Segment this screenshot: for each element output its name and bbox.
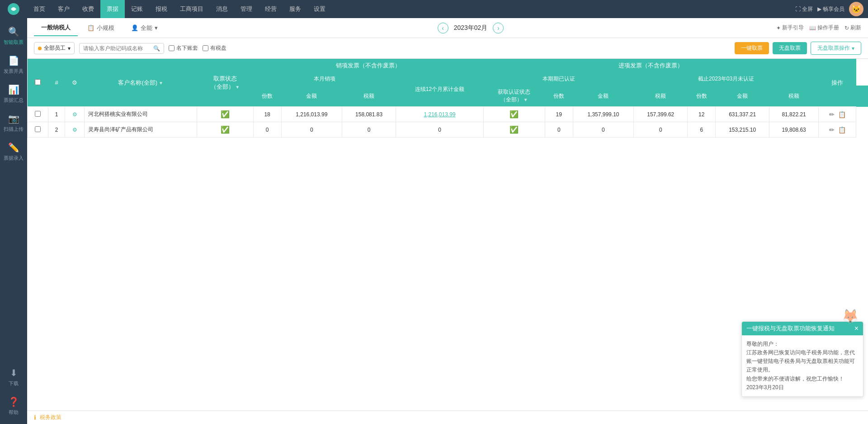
th-customer[interactable]: 客户名称(全部) (85, 59, 197, 107)
th-sales-amount: 金额 (281, 86, 342, 107)
current-month: 2023年02月 (454, 24, 488, 32)
view-icon[interactable]: 📋 (838, 111, 846, 118)
tab-general-taxpayer[interactable]: 一般纳税人 (34, 20, 78, 36)
nav-home[interactable]: 首页 (27, 0, 52, 18)
row-uncert-count: 12 (688, 107, 716, 122)
sidebar-item-scan-upload[interactable]: 📷 扫描上传 (1, 110, 26, 136)
nav-bookkeeping[interactable]: 记账 (125, 0, 149, 18)
one-click-fetch-button[interactable]: 一键取票 (735, 42, 769, 54)
next-month-button[interactable]: › (493, 23, 504, 33)
nav-message[interactable]: 消息 (210, 0, 234, 18)
th-settings[interactable]: ⚙ (65, 59, 84, 107)
tab-small-scale[interactable]: 📋 小规模 (80, 20, 122, 36)
row-sales-count: 18 (253, 107, 281, 122)
tax-info-icon: ℹ (34, 414, 36, 421)
row-settings[interactable]: ⚙ (65, 122, 84, 138)
no-disk-fetch-button[interactable]: 无盘取票 (773, 42, 807, 54)
tax-policy-link[interactable]: 税务政策 (40, 414, 61, 421)
table-row: 2 ⚙ 灵寿县尚泽矿产品有限公司 ✅ 0 0 0 0 ✅ 0 0 0 6 153… (28, 122, 868, 138)
row-purch-count: 19 (545, 107, 573, 122)
sidebar-item-invoice-entry[interactable]: ✏️ 票据录入 (1, 138, 26, 165)
th-purch-count: 份数 (545, 86, 573, 107)
row-purch-amount: 1,357,999.10 (573, 107, 634, 122)
sidebar: 🔍 智能取票 📄 发票开具 📊 票据汇总 📷 扫描上传 ✏️ 票据录入 ⬇ 下载… (0, 18, 27, 424)
refresh-button[interactable]: ↻ 刷新 (844, 24, 861, 32)
edit-icon[interactable]: ✏ (829, 126, 835, 133)
select-all-checkbox[interactable] (35, 79, 41, 85)
row-cumulative[interactable]: 1,216,013.99 (396, 107, 484, 122)
row-uncert-tax: 81,822.21 (769, 107, 819, 122)
nav-customer[interactable]: 客户 (52, 0, 76, 18)
notification-close-button[interactable]: × (854, 324, 859, 333)
sidebar-item-smart-fetch[interactable]: 🔍 智能取票 (1, 23, 26, 49)
search-box[interactable]: 🔍 (79, 43, 164, 54)
nav-fee[interactable]: 收费 (76, 0, 100, 18)
row-settings[interactable]: ⚙ (65, 107, 84, 122)
no-disk-fetch-ops-button[interactable]: 无盘取票操作 ▾ (811, 42, 861, 55)
vip-button[interactable]: ▶ 畅享会员 (817, 5, 844, 13)
nav-business[interactable]: 工商项目 (174, 0, 210, 18)
th-purch-tax: 税额 (634, 86, 688, 107)
th-index: # (48, 59, 65, 107)
employee-dropdown-icon: ▾ (68, 45, 71, 52)
row-sales-amount: 0 (281, 122, 342, 138)
row-checkbox[interactable] (28, 122, 48, 138)
guide-icon: ✦ (776, 25, 781, 31)
row-uncert-amount: 631,337.21 (716, 107, 769, 122)
fullscreen-icon: ⛶ (795, 6, 801, 12)
row-checkbox[interactable] (28, 107, 48, 122)
nav-settings[interactable]: 设置 (307, 0, 332, 18)
employee-dot (38, 47, 42, 50)
main-table: # ⚙ 客户名称(全部) 取票状态（全部） 销项发票（不含作废票） 进项发票（不… (27, 59, 868, 138)
table-row: 1 ⚙ 河北柯搭桃实业有限公司 ✅ 18 1,216,013.99 158,08… (28, 107, 868, 122)
ops-dropdown-icon: ▾ (852, 45, 854, 52)
nav-tax[interactable]: 报税 (149, 0, 174, 18)
month-navigation: ‹ 2023年02月 › (167, 23, 774, 33)
invoice-summary-icon: 📊 (8, 84, 19, 95)
th-sales-count: 份数 (253, 86, 281, 107)
checkbox-account[interactable]: 名下账套 (169, 44, 198, 52)
top-navigation: 首页 客户 收费 票据 记账 报税 工商项目 消息 管理 经营 服务 设置 ⛶ … (0, 0, 868, 18)
download-icon: ⬇ (10, 367, 18, 378)
toolbar: 全部员工 ▾ 🔍 名下账套 有税盘 一键取票 无盘取票 无盘取票操作 ▾ (27, 38, 868, 59)
edit-icon[interactable]: ✏ (829, 111, 835, 118)
th-purch-amount: 金额 (573, 86, 634, 107)
sidebar-item-invoice-summary[interactable]: 📊 票据汇总 (1, 81, 26, 107)
row-sales-count: 0 (253, 122, 281, 138)
tab-all-label: 全能 (141, 24, 152, 32)
invoice-entry-icon: ✏️ (8, 142, 19, 153)
smart-fetch-icon: 🔍 (8, 26, 19, 37)
checkbox-tax-disk[interactable]: 有税盘 (203, 44, 226, 52)
row-sales-tax: 158,081.83 (342, 107, 396, 122)
manual-button[interactable]: 📖 操作手册 (809, 24, 839, 32)
checkbox-tax-disk-input[interactable] (203, 45, 208, 51)
guide-button[interactable]: ✦ 新手引导 (776, 24, 804, 32)
th-cert-status[interactable]: 获取认证状态（全部） (483, 86, 545, 107)
notification-popup: 🦊 一键报税与无盘取票功能恢复通知 × 尊敬的用户：江苏政务网已恢复访问电子税务… (741, 321, 863, 397)
nav-manage[interactable]: 管理 (234, 0, 259, 18)
sidebar-item-invoice-open[interactable]: 📄 发票开具 (1, 52, 26, 78)
search-input[interactable] (83, 45, 151, 52)
th-unrecognized: 截止2023年03月未认证 (634, 72, 819, 86)
sidebar-item-download[interactable]: ⬇ 下载 (1, 364, 26, 391)
row-purch-amount: 0 (573, 122, 634, 138)
row-sales-amount: 1,216,013.99 (281, 107, 342, 122)
nav-service[interactable]: 服务 (283, 0, 307, 18)
nav-invoice[interactable]: 票据 (100, 0, 125, 18)
user-avatar[interactable]: 🐱 (849, 2, 863, 16)
th-cancel-status[interactable]: 取票状态（全部） (197, 59, 254, 107)
checkbox-account-input[interactable] (169, 45, 175, 51)
th-uncert-amount: 金额 (716, 86, 769, 107)
th-dummy (856, 86, 868, 107)
employee-select[interactable]: 全部员工 ▾ (34, 42, 75, 54)
search-icon: 🔍 (153, 45, 160, 52)
view-icon[interactable]: 📋 (838, 126, 846, 133)
th-month-sales: 本月销项 (253, 72, 396, 86)
nav-operation[interactable]: 经营 (259, 0, 283, 18)
th-sales-group: 销项发票（不含作废票） (253, 59, 483, 72)
prev-month-button[interactable]: ‹ (438, 23, 448, 33)
th-checkbox[interactable] (28, 59, 48, 107)
fullscreen-button[interactable]: ⛶ 全屏 (795, 5, 813, 13)
tab-all[interactable]: 👤 全能 ▾ (124, 20, 165, 36)
sidebar-item-help[interactable]: ❓ 帮助 (1, 393, 26, 419)
